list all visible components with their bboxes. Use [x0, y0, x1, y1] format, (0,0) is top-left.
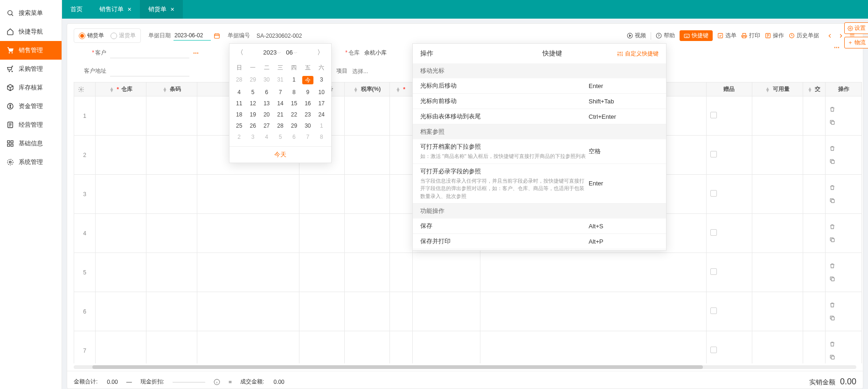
calendar-day[interactable]: 28 — [273, 120, 287, 131]
calendar-day[interactable]: 10 — [315, 87, 328, 98]
calendar-day[interactable]: 23 — [301, 109, 314, 120]
table-row[interactable]: 7 — [74, 331, 862, 364]
input-addr[interactable] — [110, 66, 189, 76]
calendar-day[interactable]: 22 — [287, 109, 301, 120]
th-barcode[interactable]: ▲▼条码 — [146, 82, 197, 96]
checkbox-icon[interactable] — [710, 268, 717, 275]
calendar-day[interactable]: 18 — [232, 109, 246, 120]
toolbar-print[interactable]: 打印 — [741, 32, 760, 40]
more-icon[interactable]: ⋯ — [834, 44, 840, 51]
gift-cell[interactable] — [707, 214, 752, 253]
calendar-day[interactable]: 15 — [287, 98, 301, 109]
sort-icon[interactable]: ▲▼ — [162, 87, 167, 92]
calendar-day[interactable]: 27 — [260, 120, 273, 131]
calendar-day[interactable]: 5 — [273, 131, 287, 143]
copy-icon[interactable] — [829, 315, 858, 321]
copy-icon[interactable] — [829, 198, 858, 204]
calendar-day[interactable]: 21 — [273, 109, 287, 120]
delete-icon[interactable] — [829, 263, 858, 269]
sort-icon[interactable]: ▲▼ — [808, 87, 812, 92]
checkbox-icon[interactable] — [710, 347, 717, 353]
calendar-day[interactable]: 20 — [260, 109, 273, 120]
cal-prev-icon[interactable]: 〈 — [234, 48, 246, 58]
calendar-icon[interactable] — [214, 33, 220, 39]
tab-销售订单[interactable]: 销售订单✕ — [91, 0, 140, 19]
calendar-day[interactable]: 3 — [315, 74, 328, 87]
calendar-day[interactable]: 24 — [315, 109, 328, 120]
th-warehouse[interactable]: ▲▼*仓库 — [96, 82, 146, 96]
sort-icon[interactable]: ▲▼ — [109, 87, 114, 92]
copy-icon[interactable] — [829, 119, 858, 125]
delete-icon[interactable] — [829, 184, 858, 191]
sidebar-item-box[interactable]: 库存核算 — [0, 78, 62, 97]
checkbox-icon[interactable] — [710, 229, 717, 236]
sort-icon[interactable]: ▲▼ — [396, 87, 400, 92]
gift-cell[interactable] — [707, 292, 752, 331]
sidebar-item-doc[interactable]: 经营管理 — [0, 116, 62, 134]
calendar-day[interactable]: 29 — [246, 74, 259, 87]
paginate-prev-icon[interactable] — [826, 32, 834, 40]
input-warehouse[interactable] — [363, 48, 391, 58]
discount-input[interactable] — [173, 381, 205, 382]
calendar-day[interactable]: 4 — [260, 131, 273, 143]
input-project[interactable] — [351, 66, 379, 76]
cal-next-icon[interactable]: 〉 — [314, 48, 326, 58]
settings-button[interactable]: 设置 — [844, 23, 863, 34]
close-icon[interactable]: ✕ — [127, 7, 132, 13]
checkbox-icon[interactable] — [710, 151, 717, 157]
gift-cell[interactable] — [707, 253, 752, 292]
calendar-day[interactable]: 6 — [260, 87, 273, 98]
calendar-day[interactable]: 12 — [246, 98, 259, 109]
calendar-day[interactable]: 11 — [232, 98, 246, 109]
calendar-day[interactable]: 17 — [315, 98, 328, 109]
calendar-day[interactable]: 28 — [232, 74, 246, 87]
sort-icon[interactable]: ▲▼ — [765, 87, 770, 92]
toolbar-operate[interactable]: 操作 — [765, 32, 784, 40]
copy-icon[interactable] — [829, 237, 858, 243]
calendar-day[interactable]: 5 — [246, 87, 259, 98]
more-icon[interactable]: ⋯ — [193, 50, 199, 56]
gift-cell[interactable] — [707, 136, 752, 175]
calendar-day[interactable]: 26 — [246, 120, 259, 131]
radio-return[interactable]: 退货单 — [111, 32, 136, 40]
table-row[interactable]: 5 — [74, 253, 862, 292]
th-tax[interactable]: ▲▼税率(%) — [344, 82, 389, 96]
copy-icon[interactable] — [829, 276, 858, 282]
th-delivery[interactable]: ▲▼交 — [803, 82, 826, 96]
checkbox-icon[interactable] — [710, 190, 717, 197]
sidebar-item-grid[interactable]: 基础信息 — [0, 134, 62, 153]
copy-icon[interactable] — [829, 354, 858, 360]
delete-icon[interactable] — [829, 341, 858, 347]
radio-sale[interactable]: 销货单 — [79, 32, 104, 40]
delete-icon[interactable] — [829, 302, 858, 308]
checkbox-icon[interactable] — [710, 307, 717, 314]
close-icon[interactable]: ✕ — [170, 7, 174, 13]
calendar-day[interactable]: 16 — [301, 98, 314, 109]
logistics-button[interactable]: ＋物流 — [844, 37, 863, 48]
th-gift[interactable]: 赠品 — [707, 82, 752, 96]
cal-year[interactable]: 2023﹀ — [263, 49, 281, 56]
calendar-day[interactable]: 4 — [232, 87, 246, 98]
calendar-day[interactable]: 6 — [287, 131, 301, 143]
sidebar-item-gear[interactable]: 系统管理 — [0, 153, 62, 171]
gift-cell[interactable] — [707, 331, 752, 364]
calendar-day[interactable]: 19 — [246, 109, 259, 120]
delete-icon[interactable] — [829, 224, 858, 230]
sidebar-item-cart[interactable]: 销售管理 — [0, 41, 62, 60]
calendar-day[interactable]: 7 — [301, 131, 314, 143]
checkbox-icon[interactable] — [710, 112, 717, 118]
toolbar-hotkey[interactable]: 快捷键 — [680, 30, 713, 41]
calendar-day[interactable]: 30 — [260, 74, 273, 87]
sort-icon[interactable]: ▲▼ — [354, 87, 358, 92]
h-scrollbar[interactable] — [74, 365, 856, 371]
delete-icon[interactable] — [829, 106, 858, 112]
info-icon[interactable] — [214, 379, 220, 385]
calendar-day[interactable]: 3 — [246, 131, 259, 143]
delete-icon[interactable] — [829, 145, 858, 151]
calendar-day[interactable]: 1 — [315, 120, 328, 131]
sidebar-item-coin[interactable]: 资金管理 — [0, 97, 62, 116]
tab-销货单[interactable]: 销货单✕ — [140, 0, 183, 19]
calendar-day[interactable]: 1 — [287, 74, 301, 87]
calendar-day[interactable]: 14 — [273, 98, 287, 109]
calendar-day[interactable]: 9 — [301, 87, 314, 98]
